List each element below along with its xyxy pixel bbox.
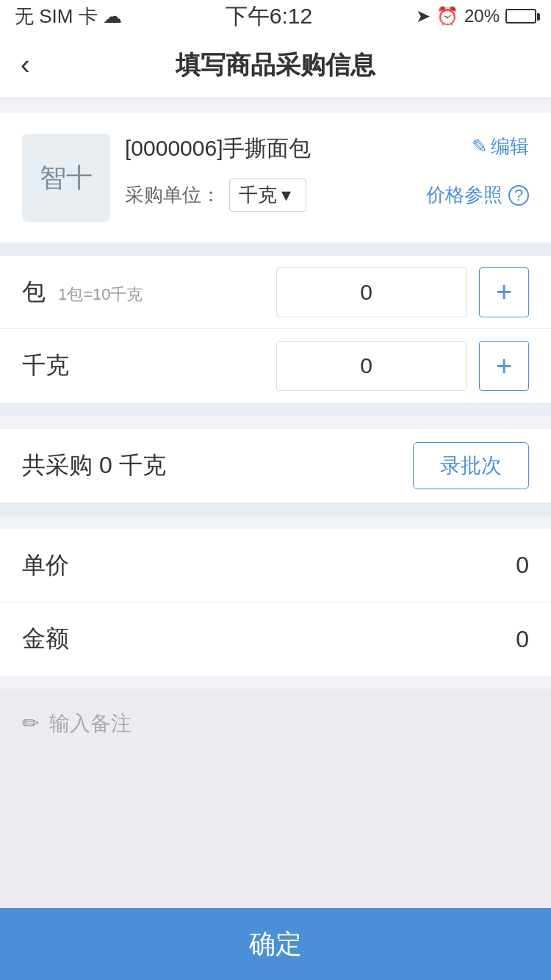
unit-label: 采购单位： bbox=[125, 182, 220, 208]
summary-text: 共采购 0 千克 bbox=[22, 450, 166, 482]
price-ref-label: 价格参照 bbox=[426, 182, 503, 208]
dropdown-icon: ▾ bbox=[281, 184, 291, 206]
amount-label: 金额 bbox=[22, 623, 69, 655]
battery-icon bbox=[505, 9, 536, 24]
battery-text: 20% bbox=[464, 6, 500, 26]
edit-label: 编辑 bbox=[491, 134, 529, 159]
amount-value: 0 bbox=[516, 626, 529, 653]
input-section: 包 1包=10千克 + 千克 + bbox=[0, 256, 551, 403]
kg-label: 千克 bbox=[22, 350, 276, 382]
alarm-icon: ⏰ bbox=[436, 6, 458, 26]
unit-price-row: 单价 0 bbox=[0, 529, 551, 602]
nav-bar: ‹ 填写商品采购信息 bbox=[0, 32, 551, 98]
status-bar: 无 SIM 卡 ☁ 下午6:12 ➤ ⏰ 20% bbox=[0, 0, 551, 32]
unit-price-label: 单价 bbox=[22, 550, 69, 582]
price-section: 单价 0 金额 0 bbox=[0, 529, 551, 676]
section-divider-2 bbox=[0, 403, 551, 416]
price-ref-button[interactable]: 价格参照 ? bbox=[426, 182, 529, 208]
bao-label: 包 1包=10千克 bbox=[22, 276, 276, 309]
page-title: 填写商品采购信息 bbox=[176, 48, 375, 82]
bao-input-row: 包 1包=10千克 + bbox=[0, 256, 551, 329]
product-image: 智十 bbox=[22, 134, 110, 222]
product-name: [0000006]手撕面包 bbox=[125, 134, 472, 164]
summary-section: 共采购 0 千克 录批次 bbox=[0, 429, 551, 502]
bao-plus-button[interactable]: + bbox=[479, 267, 529, 317]
unit-price-value: 0 bbox=[516, 552, 529, 579]
confirm-button[interactable]: 确定 bbox=[0, 908, 551, 980]
kg-plus-icon: + bbox=[496, 350, 512, 382]
section-divider-3 bbox=[0, 502, 551, 516]
status-right: ➤ ⏰ 20% bbox=[416, 6, 536, 26]
kg-input-row: 千克 + bbox=[0, 329, 551, 403]
record-batch-button[interactable]: 录批次 bbox=[413, 442, 529, 489]
product-info: [0000006]手撕面包 ✎ 编辑 采购单位： 千克 ▾ 价格参照 ? bbox=[125, 134, 529, 212]
bao-input-right: + bbox=[276, 267, 529, 317]
purchase-unit: 采购单位： 千克 ▾ bbox=[125, 179, 306, 212]
bao-number-input[interactable] bbox=[276, 267, 467, 317]
amount-row: 金额 0 bbox=[0, 602, 551, 676]
bao-plus-icon: + bbox=[496, 276, 512, 308]
edit-icon: ✎ bbox=[472, 135, 488, 158]
unit-select[interactable]: 千克 ▾ bbox=[229, 179, 306, 212]
status-time: 下午6:12 bbox=[226, 1, 312, 32]
status-left: 无 SIM 卡 ☁ bbox=[15, 4, 122, 29]
edit-button[interactable]: ✎ 编辑 bbox=[472, 134, 529, 159]
kg-plus-button[interactable]: + bbox=[479, 341, 529, 391]
pencil-icon: ✏ bbox=[22, 711, 39, 735]
location-icon: ➤ bbox=[416, 6, 431, 26]
summary-row: 共采购 0 千克 录批次 bbox=[0, 429, 551, 502]
section-divider-1 bbox=[0, 242, 551, 256]
remark-placeholder: 输入备注 bbox=[49, 710, 132, 738]
unit-value: 千克 bbox=[239, 182, 277, 208]
product-card: 智十 [0000006]手撕面包 ✎ 编辑 采购单位： 千克 ▾ 价格参照 ? bbox=[0, 113, 551, 242]
kg-number-input[interactable] bbox=[276, 341, 467, 391]
price-ref-help-icon: ? bbox=[508, 185, 529, 206]
product-logo: 智十 bbox=[40, 160, 93, 196]
back-button[interactable]: ‹ bbox=[21, 49, 30, 81]
signal-text: 无 SIM 卡 ☁ bbox=[15, 4, 122, 29]
kg-input-right: + bbox=[276, 341, 529, 391]
bao-sublabel: 1包=10千克 bbox=[58, 285, 143, 303]
